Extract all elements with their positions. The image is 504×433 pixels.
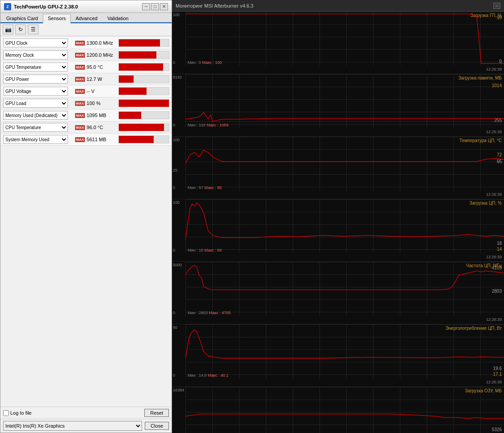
sensor-dropdown-gpu-temp[interactable]: GPU Temperature: [3, 63, 68, 71]
chart-svg-0: [185, 12, 504, 66]
sensor-max-badge-4: MAX: [75, 89, 85, 94]
sensor-value-gpu-power: 12.7 W: [86, 76, 117, 82]
chart-ts-4: 12:26:39: [486, 317, 502, 322]
log-to-file-label[interactable]: Log to file: [3, 410, 32, 416]
sensor-row-sys-mem: System Memory Used MAX 5611 MB: [1, 134, 171, 146]
sensor-bar-cpu-temp: [118, 123, 169, 131]
sensor-name-sys-mem: System Memory Used: [1, 135, 75, 144]
sensor-row-gpu-load: GPU Load MAX 100 %: [1, 97, 171, 109]
sensor-name-mem-used: Memory Used (Dedicated): [1, 111, 75, 120]
ab-minimize-button[interactable]: ─: [493, 3, 500, 9]
sensor-max-badge-6: MAX: [75, 113, 85, 118]
sensor-row-cpu-temp: CPU Temperature MAX 96.0 °C: [1, 122, 171, 134]
y-bottom-5: 0: [173, 373, 175, 378]
tab-advanced[interactable]: Advanced: [71, 14, 102, 22]
sensor-value-memory-clock: 1200.0 MHz: [86, 52, 117, 58]
sensor-bar-fill-5: [119, 100, 169, 107]
gpuz-title: TechPowerUp GPU-Z 2.38.0: [14, 4, 141, 9]
sensor-bar-fill-3: [119, 76, 134, 83]
y-top-4: 5000: [173, 263, 182, 267]
chart-ts-0: 12:26:39: [486, 67, 502, 71]
sensor-bar-fill-4: [119, 88, 147, 95]
log-to-file-checkbox[interactable]: [3, 410, 9, 416]
sensor-value-gpu-load: 100 %: [86, 101, 117, 106]
sensor-dropdown-gpu-voltage[interactable]: GPU Voltage: [3, 87, 68, 96]
chart-cpu-power: 50 0 Энергопотребление ЦП, Вт Мин : 14.0…: [172, 324, 504, 387]
chart-ts-1: 12:26:39: [486, 130, 502, 134]
charts-container[interactable]: 100 0 Загрузка ГП, % Мин : 0 Макс : 100 …: [172, 12, 504, 433]
sensor-name-gpu-load: GPU Load: [1, 99, 75, 108]
y-top-2: 100: [173, 138, 180, 142]
tab-sensors[interactable]: Sensors: [43, 14, 71, 23]
sensor-row-gpu-clock: GPU Clock MAX 1300.0 MHz: [1, 37, 171, 49]
chart-ts-3: 12:26:39: [486, 255, 502, 259]
sensor-bar-mem-used: [118, 111, 169, 119]
sensor-bar-gpu-temp: [118, 63, 169, 71]
gpuz-tab-bar: Graphics Card Sensors Advanced Validatio…: [0, 13, 172, 23]
chart-ram-load: 16384 0 Загрузка ОЗУ, МБ Мин : 4224 Макс…: [172, 387, 504, 433]
sensors-list: GPU Clock MAX 1300.0 MHz Memory Clock MA…: [0, 36, 172, 407]
sensor-value-cpu-temp: 96.0 °C: [86, 125, 117, 130]
chart-svg-2: [185, 137, 504, 191]
sensor-dropdown-sys-mem[interactable]: System Memory Used: [3, 135, 68, 144]
sensor-bar-gpu-load: [118, 99, 169, 107]
chart-gpu-load: 100 0 Загрузка ГП, % Мин : 0 Макс : 100 …: [172, 12, 504, 74]
sensor-value-mem-used: 1095 MB: [86, 113, 117, 118]
close-button[interactable]: ✕: [160, 3, 168, 10]
sensor-dropdown-gpu-clock[interactable]: GPU Clock: [3, 38, 68, 47]
chart-mem-load: 8192 0 Загрузка памяти, МБ Мин : 192 Мак…: [172, 74, 504, 137]
sensor-row-gpu-voltage: GPU Voltage MAX -- V: [1, 85, 171, 97]
sensor-bar-fill-8: [119, 136, 154, 143]
y-mid-2: 25: [173, 168, 177, 172]
chart-svg-1: [185, 74, 504, 128]
sensor-name-gpu-temp: GPU Temperature: [1, 63, 75, 71]
sensor-dropdown-mem-used[interactable]: Memory Used (Dedicated): [3, 111, 68, 120]
sensor-dropdown-memory-clock[interactable]: Memory Clock: [3, 50, 68, 59]
chart-svg-4: [185, 262, 504, 316]
ab-titlebar: Мониторинг MSI Afterburner v4.6.3 ─: [172, 0, 504, 12]
sensor-bar-gpu-power: [118, 75, 169, 83]
sensor-value-gpu-voltage: -- V: [86, 88, 117, 94]
sensor-dropdown-gpu-load[interactable]: GPU Load: [3, 99, 68, 108]
sensor-bar-fill-7: [119, 124, 164, 131]
tab-validation[interactable]: Validation: [102, 14, 134, 22]
y-bottom-0: 0: [173, 60, 175, 65]
close-button-bottom[interactable]: Close: [145, 422, 169, 430]
sensor-max-badge-7: MAX: [75, 125, 85, 130]
sensor-bar-memory-clock: [118, 51, 169, 59]
gpuz-toolbar: 📷 ↻ ☰: [0, 23, 172, 36]
sensor-max-badge-1: MAX: [75, 53, 85, 58]
reset-button[interactable]: Reset: [144, 409, 169, 417]
sensor-name-gpu-voltage: GPU Voltage: [1, 87, 75, 96]
sensor-dropdown-gpu-power[interactable]: GPU Power: [3, 75, 68, 84]
menu-button[interactable]: ☰: [28, 25, 38, 34]
sensor-row-gpu-temp: GPU Temperature MAX 95.0 °C: [1, 61, 171, 73]
sensor-value-gpu-temp: 95.0 °C: [86, 64, 117, 70]
tab-graphics-card[interactable]: Graphics Card: [1, 14, 43, 22]
sensor-bar-gpu-clock: [118, 39, 169, 47]
maximize-button[interactable]: □: [151, 3, 159, 10]
chart-svg-6: [185, 387, 504, 433]
sensor-max-badge-8: MAX: [75, 137, 85, 142]
minimize-button[interactable]: ─: [142, 3, 150, 10]
y-bottom-1: 0: [173, 123, 175, 127]
sensor-bar-fill-0: [119, 39, 160, 46]
y-bottom-3: 0: [173, 248, 175, 252]
device-select[interactable]: Intel(R) Iris(R) Xe Graphics: [3, 421, 142, 431]
sensor-value-sys-mem: 5611 MB: [86, 137, 117, 142]
gpuz-titlebar: Z TechPowerUp GPU-Z 2.38.0 ─ □ ✕: [0, 0, 172, 13]
chart-svg-3: [185, 199, 504, 253]
log-to-file-text: Log to file: [10, 410, 32, 416]
y-bottom-4: 0: [173, 311, 175, 315]
gpuz-window: Z TechPowerUp GPU-Z 2.38.0 ─ □ ✕ Graphic…: [0, 0, 172, 433]
sensor-value-gpu-clock: 1300.0 MHz: [86, 40, 117, 46]
chart-cpu-load: 100 0 Загрузка ЦП, % Мин : 10 Макс : 84 …: [172, 199, 504, 262]
camera-button[interactable]: 📷: [3, 25, 13, 34]
chart-cpu-temp: 100 0 25 Температура ЦП, °С Мин : 57 Мак…: [172, 137, 504, 199]
refresh-button[interactable]: ↻: [15, 25, 26, 34]
sensor-row-memory-clock: Memory Clock MAX 1200.0 MHz: [1, 49, 171, 61]
sensor-bar-fill-6: [119, 112, 141, 119]
y-top-0: 100: [173, 13, 180, 17]
sensor-name-gpu-power: GPU Power: [1, 75, 75, 84]
sensor-dropdown-cpu-temp[interactable]: CPU Temperature: [3, 123, 68, 132]
